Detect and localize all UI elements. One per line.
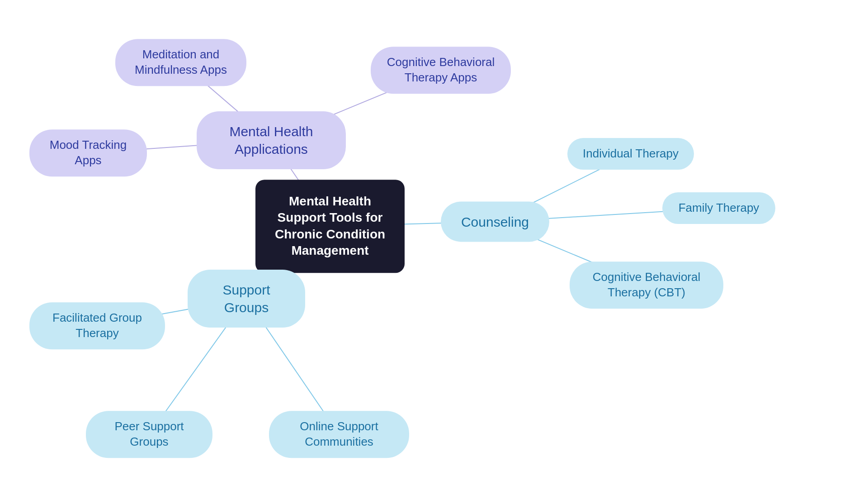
cbt-label: Cognitive Behavioral Therapy (CBT) bbox=[583, 270, 710, 300]
counseling-label: Counseling bbox=[461, 213, 529, 231]
support-groups-label: Support Groups bbox=[206, 281, 287, 316]
individual-therapy-label: Individual Therapy bbox=[583, 146, 679, 162]
support-groups-node: Support Groups bbox=[188, 270, 305, 328]
peer-support-node: Peer Support Groups bbox=[86, 411, 212, 458]
online-support-node: Online Support Communities bbox=[269, 411, 409, 458]
mood-tracking-node: Mood Tracking Apps bbox=[29, 129, 147, 176]
mental-health-apps-label: Mental Health Applications bbox=[215, 123, 328, 158]
peer-support-label: Peer Support Groups bbox=[99, 419, 199, 450]
meditation-apps-label: Meditation and Mindfulness Apps bbox=[129, 47, 233, 78]
online-support-label: Online Support Communities bbox=[283, 419, 396, 450]
counseling-node: Counseling bbox=[441, 202, 549, 242]
mental-health-apps-node: Mental Health Applications bbox=[197, 111, 346, 169]
center-label: Mental Health Support Tools for Chronic … bbox=[271, 193, 389, 259]
cbt-node: Cognitive Behavioral Therapy (CBT) bbox=[570, 262, 723, 309]
family-therapy-node: Family Therapy bbox=[662, 192, 775, 224]
individual-therapy-node: Individual Therapy bbox=[567, 138, 694, 170]
mood-tracking-label: Mood Tracking Apps bbox=[43, 138, 133, 168]
cbt-apps-label: Cognitive Behavioral Therapy Apps bbox=[384, 55, 497, 86]
family-therapy-label: Family Therapy bbox=[679, 200, 760, 216]
facilitated-group-node: Facilitated Group Therapy bbox=[29, 302, 165, 349]
center-node: Mental Health Support Tools for Chronic … bbox=[255, 180, 405, 273]
cbt-apps-node: Cognitive Behavioral Therapy Apps bbox=[371, 47, 511, 94]
meditation-apps-node: Meditation and Mindfulness Apps bbox=[115, 39, 246, 86]
facilitated-group-label: Facilitated Group Therapy bbox=[43, 310, 151, 341]
